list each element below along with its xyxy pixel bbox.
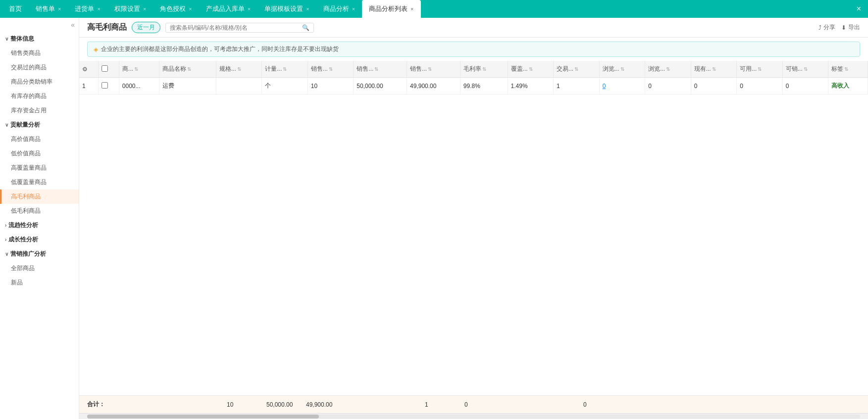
sort-icon-coverage: ⇅ [529,66,533,72]
sidebar-group-4[interactable]: ∨ 营销推广分析 [0,247,79,261]
export-btn[interactable]: ⬇ 导出 [841,23,860,32]
row-checkbox[interactable] [102,82,108,89]
sort-icon-unit: ⇅ [283,66,287,72]
col-header-sellable[interactable]: 可销... ⇅ [782,61,828,78]
sidebar-group-2[interactable]: › 流趋性分析 [0,218,79,233]
sidebar-item-0-0[interactable]: 销售类商品 [0,46,79,60]
nav-item-8[interactable]: 商品分析列表× [362,0,420,18]
nav-item-6[interactable]: 单据模板设置× [257,0,316,18]
sort-icon-browse2: ⇅ [666,66,670,72]
col-header-settings[interactable]: ⚙ [79,61,98,78]
nav-item-5[interactable]: 产成品入库单× [199,0,257,18]
nav-item-7[interactable]: 商品分析× [316,0,362,18]
sidebar-item-4-1[interactable]: 新品 [0,276,79,290]
sort-icon-gross_margin: ⇅ [482,66,486,72]
share-icon: ⤴ [818,24,821,31]
cell-available: 0 [737,78,783,94]
nav-close-3[interactable]: × [143,6,146,12]
browse1-link[interactable]: 0 [603,83,606,90]
horizontal-scrollbar[interactable] [79,413,868,419]
cell-sellable: 0 [782,78,828,94]
sidebar-item-1-1[interactable]: 低价值商品 [0,146,79,161]
sidebar-item-0-4[interactable]: 库存资金占用 [0,103,79,118]
col-header-spec[interactable]: 规格... ⇅ [216,61,262,78]
col-header-browse1[interactable]: 浏览... ⇅ [599,61,645,78]
cell-sales_qty: 10 [307,78,354,94]
table-row: 10000...运费个1050,000.0049,900.0099.8%1.49… [79,78,868,94]
top-navigation: 首页销售单×进货单×权限设置×角色授权×产成品入库单×单据模板设置×商品分析×商… [0,0,868,18]
col-header-unit[interactable]: 计量... ⇅ [262,61,308,78]
nav-item-1[interactable]: 销售单× [29,0,68,18]
sidebar-item-1-0[interactable]: 高价值商品 [0,132,79,146]
group-arrow-2: › [5,223,6,228]
footer-available: 0 [580,401,620,408]
header-actions: ⤴ 分享 ⬇ 导出 [818,23,860,32]
sidebar-item-1-2[interactable]: 高覆盖量商品 [0,161,79,175]
nav-item-2[interactable]: 进货单× [68,0,107,18]
col-header-browse2[interactable]: 浏览... ⇅ [645,61,691,78]
group-arrow-1: ∨ [5,122,8,128]
col-header-code[interactable]: 商... ⇅ [119,61,159,78]
nav-close-5[interactable]: × [248,6,251,12]
share-label: 分享 [823,23,835,32]
nav-close-6[interactable]: × [306,6,309,12]
footer-sales-amount: 50,000.00 [263,401,303,408]
col-header-sales_amount[interactable]: 销售... ⇅ [354,61,407,78]
col-header-gross_margin[interactable]: 毛利率 ⇅ [460,61,508,78]
table-footer: 合计： 10 50,000.00 49,900.00 1 0 0 [79,395,868,413]
sidebar-group-0[interactable]: ∨ 整体信息 [0,32,79,46]
scrollbar-thumb[interactable] [87,415,319,419]
cell-no: 1 [79,78,98,94]
group-arrow-4: ∨ [5,251,8,257]
close-all-btn[interactable]: × [852,4,866,13]
footer-transaction: 1 [422,401,461,408]
nav-close-7[interactable]: × [352,6,355,12]
nav-close-8[interactable]: × [410,6,413,12]
cell-checkbox[interactable] [98,78,119,94]
col-header-name[interactable]: 商品名称 ⇅ [159,61,216,78]
sidebar-collapse-btn[interactable]: « [0,18,79,32]
sidebar-item-0-1[interactable]: 交易过的商品 [0,60,79,75]
col-header-coverage[interactable]: 覆盖... ⇅ [508,61,554,78]
col-header-sales_qty[interactable]: 销售... ⇅ [307,61,354,78]
sidebar-item-0-3[interactable]: 有库存的商品 [0,89,79,103]
scrollbar-track[interactable] [87,415,860,419]
select-all-checkbox[interactable] [102,65,108,72]
search-box: 🔍 [165,23,314,33]
search-icon[interactable]: 🔍 [302,24,309,31]
sidebar-item-0-2[interactable]: 商品分类助销率 [0,75,79,89]
group-label-4: 营销推广分析 [10,250,46,258]
sort-icon-code: ⇅ [134,66,138,72]
col-header-tag[interactable]: 标签 ⇅ [828,61,868,78]
sort-icon-sales_amount: ⇅ [374,66,378,72]
export-icon: ⬇ [841,24,846,31]
cell-tag: 高收入 [828,78,868,94]
col-header-sales_profit[interactable]: 销售... ⇅ [407,61,460,78]
nav-item-4[interactable]: 角色授权× [153,0,199,18]
filter-recent-month-btn[interactable]: 近一月 [132,22,160,33]
export-label: 导出 [848,23,860,32]
sort-icon-current_stock: ⇅ [712,66,716,72]
nav-item-3[interactable]: 权限设置× [107,0,153,18]
sidebar-group-3[interactable]: › 成长性分析 [0,233,79,247]
col-header-available[interactable]: 可用... ⇅ [737,61,783,78]
sort-icon-name: ⇅ [187,66,191,72]
nav-close-1[interactable]: × [58,6,61,12]
table-container[interactable]: ⚙商... ⇅商品名称 ⇅规格... ⇅计量... ⇅销售... ⇅销售... … [79,61,868,395]
sidebar-item-1-3[interactable]: 低覆盖量商品 [0,175,79,189]
col-header-transaction[interactable]: 交易... ⇅ [554,61,600,78]
search-input[interactable] [170,24,302,31]
sidebar-item-1-4[interactable]: 高毛利商品 [0,189,79,204]
sidebar-item-4-0[interactable]: 全部商品 [0,261,79,276]
sidebar-item-1-5[interactable]: 低毛利商品 [0,204,79,218]
col-header-current_stock[interactable]: 现有... ⇅ [691,61,737,78]
sidebar-group-1[interactable]: ∨ 贡献量分析 [0,118,79,132]
footer-gross-margin [343,401,382,408]
nav-close-2[interactable]: × [97,6,100,12]
col-header-checkbox[interactable] [98,61,119,78]
nav-close-4[interactable]: × [189,6,192,12]
share-btn[interactable]: ⤴ 分享 [818,23,835,32]
nav-item-0[interactable]: 首页 [2,0,29,18]
footer-sales-profit: 49,900.00 [303,401,343,408]
cell-browse1[interactable]: 0 [599,78,645,94]
